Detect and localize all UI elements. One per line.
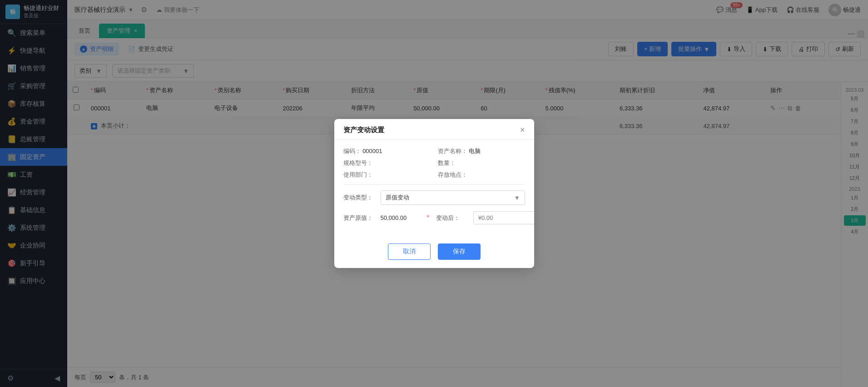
dialog-close-icon[interactable]: × [520, 125, 525, 135]
dialog-spec: 规格型号： [343, 159, 431, 167]
dialog-quantity: 数量： [438, 159, 525, 167]
asset-value-label: 资产原值： [343, 214, 375, 222]
save-label: 保存 [453, 248, 466, 255]
change-type-label: 变动类型： [343, 194, 375, 202]
cancel-label: 取消 [403, 248, 416, 255]
save-button[interactable]: 保存 [438, 243, 481, 260]
after-change-input[interactable] [473, 211, 534, 224]
dialog-location: 存放地点： [438, 171, 525, 179]
dialog-divider [343, 184, 525, 185]
change-type-chevron-icon: ▼ [514, 194, 520, 201]
asset-value-row: 资产原值： 50,000.00 * 变动后： [343, 211, 525, 224]
location-label: 存放地点： [438, 171, 467, 178]
dialog-footer: 取消 保存 [334, 238, 534, 268]
cancel-button[interactable]: 取消 [388, 243, 431, 260]
dialog-title: 资产变动设置 [343, 126, 384, 134]
quantity-label: 数量： [438, 159, 456, 166]
modal-overlay[interactable]: 资产变动设置 × 编码： 000001 资产名称： 电脑 规格型号： 数量： [0, 0, 868, 387]
asset-name-value: 电脑 [469, 148, 481, 154]
after-change-label: 变动后： [436, 214, 468, 222]
dialog-body: 编码： 000001 资产名称： 电脑 规格型号： 数量： 使用部门： [334, 140, 534, 238]
dialog-dept: 使用部门： [343, 171, 431, 179]
dialog-code: 编码： 000001 [343, 147, 431, 155]
change-type-select[interactable]: 原值变动 ▼ [381, 190, 525, 205]
asset-value-display: 50,000.00 [381, 214, 422, 221]
dialog-header: 资产变动设置 × [334, 119, 534, 140]
dept-label: 使用部门： [343, 171, 373, 178]
change-type-value: 原值变动 [386, 194, 409, 202]
dialog-info-grid: 编码： 000001 资产名称： 电脑 规格型号： 数量： 使用部门： [343, 147, 525, 179]
dialog-asset-name: 资产名称： 电脑 [438, 147, 525, 155]
spec-label: 规格型号： [343, 159, 373, 166]
code-label: 编码： [343, 148, 361, 154]
change-type-row: 变动类型： 原值变动 ▼ [343, 190, 525, 205]
code-value: 000001 [362, 148, 382, 154]
asset-name-label-d: 资产名称： [438, 148, 467, 154]
asset-change-dialog: 资产变动设置 × 编码： 000001 资产名称： 电脑 规格型号： 数量： [334, 119, 534, 268]
required-star: * [427, 214, 430, 222]
